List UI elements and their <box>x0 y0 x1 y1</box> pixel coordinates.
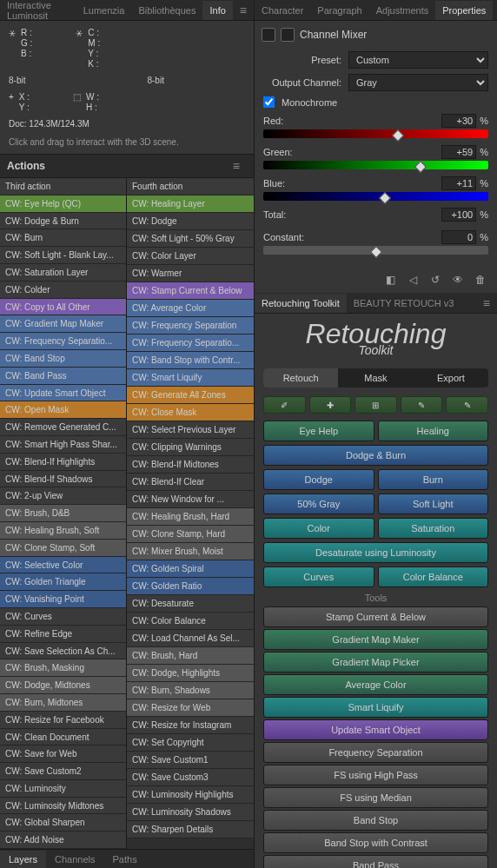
action-item[interactable]: CW: Open Mask <box>0 401 126 419</box>
action-item[interactable]: CW: Frequency Separatio... <box>0 333 126 350</box>
action-item[interactable]: CW: Global Sharpen <box>0 814 126 832</box>
action-item[interactable]: CW: Save Custom2 <box>0 763 126 780</box>
retouch-button[interactable]: Eye Help <box>263 421 374 441</box>
tab-info[interactable]: Info <box>202 1 232 20</box>
action-item[interactable]: CW: Set Copyright <box>127 734 254 752</box>
action-item[interactable]: CW: Blend-If Highlights <box>0 454 126 471</box>
action-item[interactable]: CW: Desaturate <box>127 595 254 613</box>
action-item[interactable]: CW: Vanishing Point <box>0 591 126 608</box>
menu-icon[interactable]: ≡ <box>233 3 254 17</box>
action-item[interactable]: CW: New Window for ... <box>127 491 254 508</box>
action-item[interactable]: CW: Brush, D&B <box>0 505 126 522</box>
pen-tool-icon[interactable]: ✎ <box>446 396 488 414</box>
adjustment-icon[interactable] <box>262 28 275 42</box>
retouch-button[interactable]: Smart Liquify <box>263 697 488 718</box>
action-item[interactable]: CW: Soft Light - Blank Lay... <box>0 247 126 264</box>
constant-slider[interactable] <box>263 246 488 255</box>
action-item[interactable]: CW: Soft Light - 50% Gray <box>127 230 254 248</box>
action-item[interactable]: CW: Blend-If Clear <box>127 474 254 491</box>
action-item[interactable]: CW: Healing Layer <box>127 195 254 213</box>
tab-lumenzia[interactable]: Lumenzia <box>76 1 132 20</box>
action-item[interactable]: CW: Add Noise <box>0 832 126 849</box>
retouch-button[interactable]: Stamp Current & Below <box>263 606 488 627</box>
action-item[interactable]: CW: Save Selection As Ch... <box>0 643 126 660</box>
action-item[interactable]: CW: Color Layer <box>127 248 254 265</box>
output-channel-select[interactable]: Gray <box>348 74 488 91</box>
tab-adjustments[interactable]: Adjustments <box>369 1 436 20</box>
action-item[interactable]: CW: Generate All Zones <box>127 387 254 404</box>
menu-icon[interactable]: ≡ <box>226 159 247 173</box>
retouch-button[interactable]: Gradient Map Maker <box>263 629 488 650</box>
blue-slider[interactable] <box>263 192 488 201</box>
tab-paths[interactable]: Paths <box>104 851 146 868</box>
retouch-button[interactable]: 50% Gray <box>263 494 374 514</box>
retouch-button[interactable]: Average Color <box>263 674 488 695</box>
tab-channels[interactable]: Channels <box>46 851 103 868</box>
action-item[interactable]: CW: Burn, Shadows <box>127 682 254 699</box>
monochrome-checkbox[interactable] <box>263 96 275 108</box>
tab-properties[interactable]: Properties <box>435 1 493 20</box>
constant-value[interactable] <box>441 230 476 244</box>
action-item[interactable]: CW: Band Stop with Contr... <box>127 352 254 369</box>
retouch-button[interactable]: Band Pass <box>263 855 488 868</box>
action-item[interactable]: CW: Blend-If Shadows <box>0 471 126 488</box>
visibility-icon[interactable]: 👁 <box>450 274 466 286</box>
tab-beauty-retouch-v3[interactable]: BEAUTY RETOUCH v3 <box>347 294 461 313</box>
red-value[interactable] <box>441 114 476 128</box>
action-item[interactable]: CW: Smart Liquify <box>127 369 254 387</box>
trash-icon[interactable]: 🗑 <box>473 274 488 286</box>
action-item[interactable]: CW: Frequency Separation <box>127 317 254 335</box>
action-item[interactable]: CW: Resize for Facebook <box>0 712 126 729</box>
clone-tool-icon[interactable]: ⊞ <box>355 396 397 414</box>
action-item[interactable]: CW: Burn <box>0 229 126 247</box>
action-item[interactable]: CW: Clipping Warnings <box>127 439 254 456</box>
action-item[interactable]: CW: Healing Brush, Hard <box>127 508 254 526</box>
action-item[interactable]: CW: Clone Stamp, Hard <box>127 526 254 543</box>
mode-mask[interactable]: Mask <box>338 368 413 388</box>
action-item[interactable]: CW: Smart High Pass Shar... <box>0 436 126 454</box>
eyedropper-icon[interactable]: ⚹ <box>9 28 16 69</box>
action-item[interactable]: CW: Curves <box>0 608 126 626</box>
action-item[interactable]: CW: Resize for Instagram <box>127 717 254 734</box>
healing-tool-icon[interactable]: ✚ <box>309 396 352 414</box>
clip-icon[interactable]: ◧ <box>382 274 398 286</box>
mode-export[interactable]: Export <box>414 368 488 388</box>
action-item[interactable]: CW: Save for Web <box>0 745 126 763</box>
mask-icon[interactable] <box>281 28 295 42</box>
action-item[interactable]: CW: Remove Generated C... <box>0 419 126 436</box>
action-item[interactable]: CW: Color Balance <box>127 613 254 630</box>
retouch-button[interactable]: Curves <box>263 567 374 587</box>
retouch-button[interactable]: Update Smart Object <box>263 719 488 740</box>
action-item[interactable]: CW: Clone Stamp, Soft <box>0 540 126 557</box>
reset-icon[interactable]: ↺ <box>427 274 443 286</box>
green-slider[interactable] <box>263 161 488 169</box>
retouch-button[interactable]: FS using Median <box>263 787 488 808</box>
tab-layers[interactable]: Layers <box>0 851 46 868</box>
action-item[interactable]: CW: Copy to All Other <box>0 299 126 316</box>
action-item[interactable]: CW: 2-up View <box>0 487 126 505</box>
red-slider[interactable] <box>263 129 488 138</box>
action-item[interactable]: CW: Luminosity Highlights <box>127 786 254 804</box>
eyedropper-icon[interactable]: ⚹ <box>76 28 83 69</box>
action-item[interactable]: CW: Update Smart Object <box>0 385 126 402</box>
action-item[interactable]: Fourth action <box>127 178 254 195</box>
action-item[interactable]: Third action <box>0 178 126 195</box>
green-value[interactable] <box>441 145 476 159</box>
action-item[interactable]: CW: Selective Color <box>0 557 126 574</box>
action-item[interactable]: CW: Golden Triangle <box>0 573 126 591</box>
action-item[interactable]: CW: Stamp Current & Below <box>127 282 254 300</box>
tab-bibliothèques[interactable]: Bibliothèques <box>131 1 202 20</box>
retouch-button[interactable]: Band Stop <box>263 810 488 831</box>
action-item[interactable]: CW: Load Channel As Sel... <box>127 630 254 647</box>
blue-value[interactable] <box>441 176 476 190</box>
action-item[interactable]: CW: Brush, Hard <box>127 647 254 665</box>
action-item[interactable]: CW: Saturation Layer <box>0 264 126 282</box>
mixer-tool-icon[interactable]: ✎ <box>401 396 443 414</box>
action-item[interactable]: CW: Gradient Map Maker <box>0 315 126 333</box>
retouch-button[interactable]: Saturation <box>378 518 489 539</box>
preset-select[interactable]: Custom <box>348 51 488 69</box>
action-item[interactable]: CW: Close Mask <box>127 404 254 421</box>
retouch-button[interactable]: Soft Light <box>378 494 489 514</box>
retouch-button[interactable]: Color Balance <box>378 567 489 587</box>
retouch-button[interactable]: Band Stop with Contrast <box>263 832 488 853</box>
